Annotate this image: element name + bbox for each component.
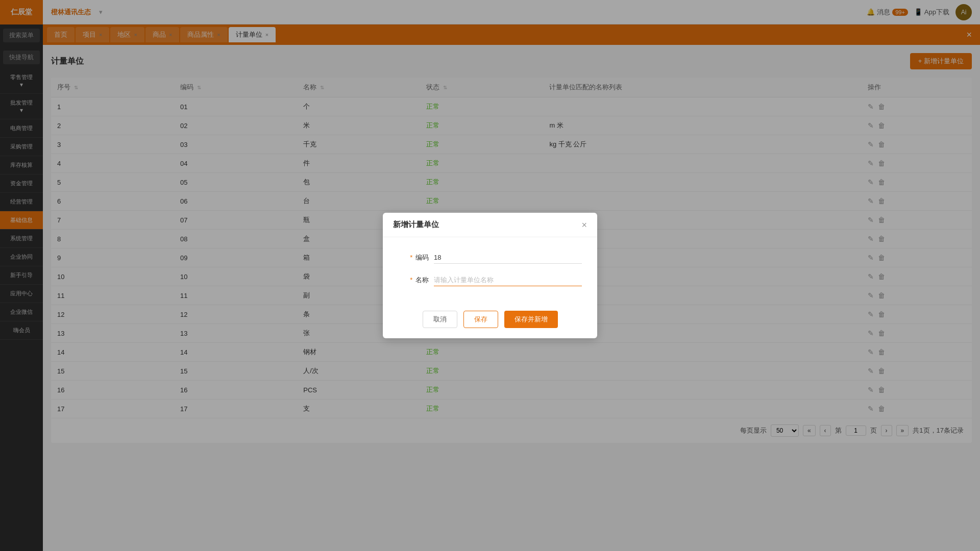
- save-and-new-button[interactable]: 保存并新增: [504, 311, 558, 328]
- code-input[interactable]: [434, 252, 582, 264]
- modal-footer: 取消 保存 保存并新增: [383, 307, 597, 338]
- modal-close-button[interactable]: ×: [581, 220, 587, 230]
- name-label: * 名称: [398, 276, 429, 285]
- required-star-code: *: [410, 254, 412, 261]
- code-label: * 编码: [398, 253, 429, 262]
- required-star-name: *: [410, 276, 412, 284]
- modal-header: 新增计量单位 ×: [383, 213, 597, 237]
- modal-title: 新增计量单位: [393, 220, 439, 230]
- cancel-button[interactable]: 取消: [423, 311, 457, 328]
- add-unit-modal: 新增计量单位 × * 编码 * 名称 取消 保存 保存并新增: [383, 213, 597, 338]
- modal-body: * 编码 * 名称: [383, 237, 597, 307]
- form-row-name: * 名称: [398, 274, 582, 286]
- name-input[interactable]: [434, 274, 582, 286]
- modal-overlay[interactable]: 新增计量单位 × * 编码 * 名称 取消 保存 保存并新增: [0, 0, 980, 551]
- save-button[interactable]: 保存: [463, 311, 498, 328]
- form-row-code: * 编码: [398, 252, 582, 264]
